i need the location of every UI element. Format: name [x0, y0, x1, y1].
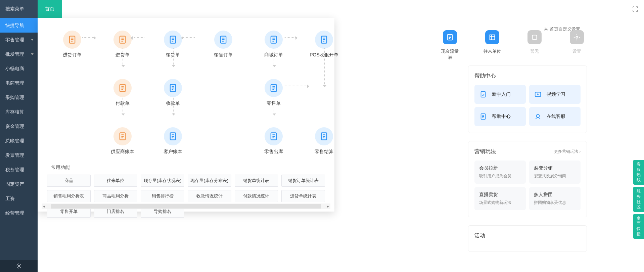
- fullscreen-icon[interactable]: [631, 4, 640, 14]
- flow-arrow: [173, 48, 174, 65]
- flow-arrow: [284, 37, 295, 38]
- func-button-11[interactable]: 进货单统计表: [281, 190, 325, 202]
- svg-point-1: [545, 29, 547, 30]
- common-functions-title: 常用功能: [51, 165, 325, 171]
- help-item-3[interactable]: 在线客服: [529, 107, 581, 126]
- flow-arrow: [82, 37, 94, 38]
- sidebar-item-10[interactable]: 税务管理: [0, 163, 38, 177]
- flow-node-零售结算[interactable]: 零售结算: [299, 127, 349, 155]
- func-button-2[interactable]: 现存量(库存状况表): [141, 175, 184, 187]
- side-badge-0[interactable]: 客服热线: [633, 160, 644, 185]
- flow-arrow: [133, 37, 144, 38]
- flow-node-进货订单[interactable]: 进货订单: [47, 31, 97, 58]
- scroll-right-icon[interactable]: ►: [326, 205, 330, 208]
- flow-arrow: [123, 48, 123, 65]
- flow-arrow: [183, 37, 195, 38]
- side-badge-1[interactable]: 服务社区: [633, 187, 644, 212]
- quick-icon-3[interactable]: 设置: [567, 30, 587, 60]
- marketing-item-2[interactable]: 直播卖货场景式购物新玩法: [474, 187, 526, 210]
- flow-node-供应商账本[interactable]: 供应商账本: [97, 127, 148, 155]
- func-button-1[interactable]: 往来单位: [94, 175, 138, 187]
- svg-rect-4: [533, 35, 537, 40]
- flow-arrow: [284, 86, 307, 86]
- sidebar-item-4[interactable]: 电商管理: [0, 76, 38, 90]
- help-item-0[interactable]: 新手入门: [474, 85, 526, 104]
- flow-arrow: [274, 48, 274, 65]
- sidebar-item-2[interactable]: 批发管理: [0, 47, 38, 61]
- svg-point-5: [576, 36, 578, 38]
- sidebar-item-0[interactable]: 快捷导航: [0, 18, 38, 33]
- sidebar-item-7[interactable]: 资金管理: [0, 119, 38, 134]
- func-button-3[interactable]: 现存量(库存分布表): [188, 175, 231, 187]
- help-icon: [479, 90, 487, 98]
- side-badge-2[interactable]: 桌面快捷: [633, 214, 644, 239]
- flyout-scrollbar[interactable]: ◄ ►: [42, 203, 330, 209]
- sidebar-item-6[interactable]: 库存核算: [0, 105, 38, 119]
- func-button-5[interactable]: 销货订单统计表: [281, 175, 325, 187]
- help-icon: [479, 112, 487, 121]
- activity-panel: 活动: [468, 225, 587, 252]
- sidebar-item-3[interactable]: 小畅电商: [0, 61, 38, 76]
- help-icon: [534, 90, 542, 98]
- help-center-title: 帮助中心: [474, 73, 581, 80]
- tab-home[interactable]: 首页: [38, 0, 62, 18]
- func-button-4[interactable]: 销货单统计表: [235, 175, 278, 187]
- marketing-item-0[interactable]: 会员拉新吸引用户成为会员: [474, 161, 526, 184]
- sidebar: 搜索菜单快捷导航零售管理批发管理小畅电商电商管理采购管理库存核算资金管理总账管理…: [0, 0, 38, 272]
- sidebar-item-13[interactable]: 经营管理: [0, 206, 38, 220]
- func-button-0[interactable]: 商品: [47, 175, 91, 187]
- func-button-8[interactable]: 销售排行榜: [141, 190, 184, 202]
- quick-icons-row: 现金流量表往来单位暂无设置: [440, 30, 587, 60]
- help-icon: [534, 112, 542, 121]
- marketing-more-link[interactable]: 更多营销玩法 ›: [554, 149, 581, 154]
- marketing-panel: 营销玩法 更多营销玩法 › 会员拉新吸引用户成为会员裂变分销裂变式发展分销商直播…: [468, 141, 587, 217]
- sidebar-item-5[interactable]: 采购管理: [0, 90, 38, 105]
- right-edge-badges: 客服热线服务社区桌面快捷: [633, 160, 644, 239]
- svg-point-9: [536, 115, 539, 118]
- func-button-10[interactable]: 付款情况统计: [235, 190, 278, 202]
- activity-title: 活动: [474, 232, 581, 239]
- flow-arrow: [173, 97, 174, 114]
- quick-nav-flyout: 进货订单进货单销货单销售订单商城订单POS收银开单 付款单收款单零售单 供应商账…: [38, 18, 334, 212]
- marketing-item-3[interactable]: 多人拼团拼团购物享受优惠: [529, 187, 581, 210]
- flow-node-零售出库[interactable]: 零售出库: [248, 127, 299, 155]
- flow-node-客户账本[interactable]: 客户账本: [148, 127, 198, 155]
- help-item-1[interactable]: 视频学习: [529, 85, 581, 104]
- help-item-2[interactable]: 帮助中心: [474, 107, 526, 126]
- tab-bar: 首页: [38, 0, 644, 18]
- sidebar-item-8[interactable]: 总账管理: [0, 134, 38, 148]
- svg-rect-3: [490, 35, 495, 40]
- flow-arrow: [274, 97, 274, 114]
- svg-point-0: [18, 265, 20, 267]
- sidebar-search[interactable]: 搜索菜单: [0, 0, 38, 18]
- quick-icon-2[interactable]: 暂无: [524, 30, 545, 60]
- func-button-6[interactable]: 销售毛利分析表: [47, 190, 91, 202]
- flow-node-销售订单[interactable]: 销售订单: [198, 31, 248, 58]
- scroll-left-icon[interactable]: ◄: [42, 205, 46, 208]
- func-button-9[interactable]: 收款情况统计: [188, 190, 231, 202]
- help-center-panel: 帮助中心 新手入门视频学习帮助中心在线客服: [468, 65, 587, 133]
- sidebar-settings-icon[interactable]: [0, 260, 38, 272]
- quick-icon-1[interactable]: 往来单位: [482, 30, 502, 60]
- sidebar-item-12[interactable]: 工资: [0, 191, 38, 206]
- sidebar-item-9[interactable]: 发票管理: [0, 148, 38, 163]
- sidebar-item-11[interactable]: 固定资产: [0, 177, 38, 191]
- marketing-item-1[interactable]: 裂变分销裂变式发展分销商: [529, 161, 581, 184]
- svg-rect-6: [481, 92, 486, 97]
- quick-icon-0[interactable]: 现金流量表: [440, 30, 460, 60]
- marketing-title: 营销玩法: [474, 148, 496, 155]
- func-button-7[interactable]: 商品毛利分析: [94, 190, 138, 202]
- flow-arrow: [123, 97, 123, 114]
- sidebar-item-1[interactable]: 零售管理: [0, 33, 38, 47]
